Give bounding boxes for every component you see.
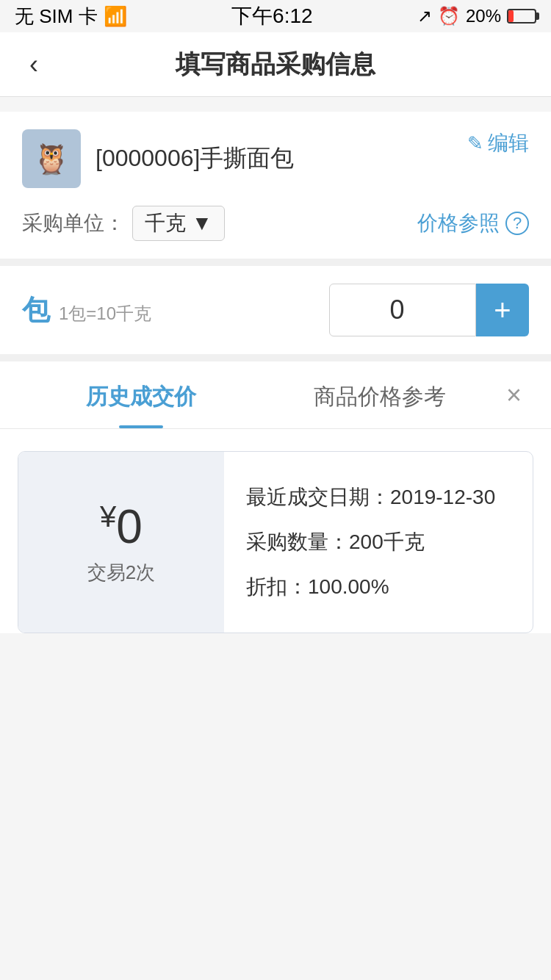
dropdown-arrow-icon: ▼ xyxy=(192,212,212,235)
purchase-qty-label: 采购数量： xyxy=(246,530,349,553)
edit-icon: ✎ xyxy=(467,132,483,155)
deal-price: ¥0 xyxy=(100,500,143,554)
product-thumbnail-icon: 🦉 xyxy=(33,142,70,176)
nav-bar: ‹ 填写商品采购信息 xyxy=(0,32,551,97)
help-icon: ? xyxy=(505,212,529,235)
discount-row: 折扣：100.00% xyxy=(246,571,511,604)
quantity-input-wrap: + xyxy=(329,284,529,336)
recent-date-value: 2019-12-30 xyxy=(390,486,495,508)
deal-card: ¥0 交易2次 最近成交日期：2019-12-30 采购数量：200千克 折扣：… xyxy=(18,451,533,633)
status-bar: 无 SIM 卡 📶 下午6:12 ↗ ⏰ 20% xyxy=(0,0,551,32)
back-button[interactable]: ‹ xyxy=(22,42,46,87)
alarm-icon: ⏰ xyxy=(438,6,460,26)
discount-label: 折扣： xyxy=(246,575,308,598)
trade-count: 交易2次 xyxy=(87,560,155,586)
tab-close-button[interactable]: × xyxy=(499,365,529,425)
unit-value: 千克 xyxy=(145,209,186,237)
deal-price-section: ¥0 交易2次 xyxy=(18,452,224,633)
status-right: ↗ ⏰ 20% xyxy=(417,6,536,26)
battery-percent: 20% xyxy=(466,6,501,26)
unit-dropdown[interactable]: 千克 ▼ xyxy=(132,206,225,241)
wifi-icon: 📶 xyxy=(104,5,127,28)
status-time: 下午6:12 xyxy=(231,2,313,30)
quantity-input[interactable] xyxy=(329,284,476,336)
tab2-label: 商品价格参考 xyxy=(314,384,446,408)
purchase-qty-row: 采购数量：200千克 xyxy=(246,526,511,559)
product-unit-row: 采购单位： 千克 ▼ 价格参照 ? xyxy=(22,206,529,241)
product-name: [0000006]手撕面包 xyxy=(96,143,294,175)
quantity-unit-sub: 1包=10千克 xyxy=(59,302,151,325)
edit-button[interactable]: ✎ 编辑 xyxy=(467,129,529,157)
tab-header: 历史成交价 商品价格参考 × xyxy=(0,361,551,429)
price-ref-label: 价格参照 xyxy=(417,209,500,237)
unit-label: 采购单位： xyxy=(22,209,125,237)
quantity-label: 包 1包=10千克 xyxy=(22,292,151,329)
recent-date-label: 最近成交日期： xyxy=(246,486,390,508)
plus-icon: + xyxy=(494,295,511,325)
battery-icon xyxy=(507,9,536,24)
tab1-label: 历史成交价 xyxy=(86,384,196,408)
status-left: 无 SIM 卡 📶 xyxy=(15,4,127,29)
product-info: 🦉 [0000006]手撕面包 xyxy=(22,129,294,188)
product-header: 🦉 [0000006]手撕面包 ✎ 编辑 xyxy=(22,129,529,188)
tab-history-price[interactable]: 历史成交价 xyxy=(22,361,260,428)
price-reference-button[interactable]: 价格参照 ? xyxy=(417,209,529,237)
edit-label: 编辑 xyxy=(488,129,529,157)
quantity-unit-big: 包 xyxy=(22,292,50,329)
tab-section: 历史成交价 商品价格参考 × ¥0 交易2次 最近成交日期：2019-12-30… xyxy=(0,354,551,633)
quantity-plus-button[interactable]: + xyxy=(476,284,529,336)
bottom-space xyxy=(0,655,551,980)
tab-active-indicator xyxy=(119,425,163,428)
location-icon: ↗ xyxy=(417,6,432,26)
quantity-section: 包 1包=10千克 + xyxy=(0,259,551,354)
product-image: 🦉 xyxy=(22,129,81,188)
currency-symbol: ¥ xyxy=(100,500,116,532)
page-title: 填写商品采购信息 xyxy=(176,48,375,82)
carrier-text: 无 SIM 卡 xyxy=(15,4,98,29)
deal-details: 最近成交日期：2019-12-30 采购数量：200千克 折扣：100.00% xyxy=(224,452,533,633)
unit-selector-wrap: 采购单位： 千克 ▼ xyxy=(22,206,225,241)
purchase-qty-value: 200千克 xyxy=(349,530,425,553)
discount-value: 100.00% xyxy=(308,575,389,598)
recent-date-row: 最近成交日期：2019-12-30 xyxy=(246,481,511,514)
battery-fill xyxy=(508,10,514,22)
tab-price-reference[interactable]: 商品价格参考 xyxy=(260,361,498,428)
product-card: 🦉 [0000006]手撕面包 ✎ 编辑 采购单位： 千克 ▼ 价格参照 ? xyxy=(0,112,551,259)
price-value: 0 xyxy=(116,500,143,553)
